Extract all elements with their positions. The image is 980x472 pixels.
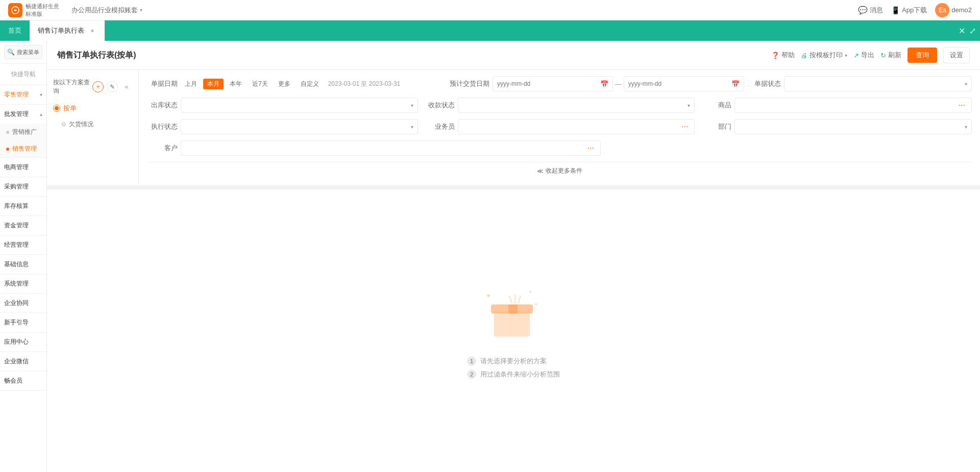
sub-item-stockout[interactable]: ⊙ 欠货情况	[47, 117, 138, 132]
sidebar-item-corpwechat[interactable]: 企业微信	[0, 352, 46, 371]
refresh-icon: ↻	[880, 52, 886, 59]
empty-illustration: ✦ ✦ ✦	[483, 283, 544, 344]
dept-select[interactable]: ▾	[734, 119, 972, 134]
goods-field: 商品 ···	[701, 98, 972, 113]
export-icon: ↗	[853, 52, 859, 59]
sidebar-group-newbie: 新手引导	[0, 313, 46, 333]
sidebar-group-basics: 基础信息	[0, 255, 46, 274]
filter-row-3: 执行状态 ▾ 业务员 ··· 部门	[147, 119, 972, 134]
export-button[interactable]: ↗ 导出	[853, 51, 874, 60]
date-range-info: 2023-03-01 至 2023-03-31	[328, 80, 400, 88]
expected-date-start-input[interactable]	[497, 80, 600, 87]
last7days-badge[interactable]: 近7天	[248, 79, 272, 89]
tab-home[interactable]: 首页	[0, 20, 30, 41]
svg-text:✦: ✦	[529, 290, 532, 294]
sidebar-group-wholesale: 批发管理 ▴ 营销推广 销售管理	[0, 105, 46, 158]
salesperson-select[interactable]: ···	[458, 119, 695, 134]
expected-date-label: 预计交货日期	[449, 79, 489, 88]
sidebar-group-operations: 经营管理	[0, 235, 46, 255]
goods-dots-icon[interactable]: ···	[957, 101, 967, 110]
avatar: Ea	[935, 3, 949, 17]
edit-scheme-button[interactable]: ✎	[107, 81, 118, 92]
sidebar-item-retail[interactable]: 零售管理 ▾	[0, 85, 46, 104]
query-button[interactable]: 查询	[908, 48, 937, 63]
refresh-button[interactable]: ↻ 刷新	[880, 51, 901, 60]
goods-label: 商品	[701, 101, 731, 110]
sidebar-item-basics[interactable]: 基础信息	[0, 255, 46, 274]
sidebar-shortcut: 快捷导航	[0, 64, 46, 85]
collapse-conditions-button[interactable]: ≪ 收起更多条件	[147, 162, 972, 179]
collapse-sidebar-button[interactable]: «	[121, 81, 132, 92]
close-window-icon[interactable]: ✕	[959, 26, 965, 36]
app-download-button[interactable]: 📱 App下载	[891, 6, 927, 15]
current-year-badge[interactable]: 本年	[226, 79, 246, 89]
search-icon: 🔍	[7, 49, 15, 56]
add-scheme-button[interactable]: +	[92, 81, 104, 92]
last-month-badge[interactable]: 上月	[181, 79, 201, 89]
goods-select[interactable]: ···	[734, 98, 972, 113]
shortcut-label: 快捷导航	[4, 68, 42, 81]
help-button[interactable]: ❓ 帮助	[771, 51, 795, 60]
sidebar-item-operations[interactable]: 经营管理	[0, 235, 46, 254]
customer-dots-icon[interactable]: ···	[585, 144, 596, 153]
sidebar-item-enterprise[interactable]: 企业协同	[0, 294, 46, 313]
sidebar-item-inventory[interactable]: 库存核算	[0, 197, 46, 216]
filter-row-1: 单据日期 上月 本月 本年 近7天 更多 自定义 2023-03-01 至 20…	[147, 76, 972, 91]
page-header: 销售订单执行表(按单) ❓ 帮助 🖨 按模板打印 ▾ ↗ 导出 ↻ 刷新	[47, 41, 980, 70]
exec-status-select[interactable]: ▾	[181, 119, 418, 134]
settings-button[interactable]: 设置	[943, 47, 970, 63]
message-button[interactable]: 💬 消息	[858, 6, 883, 15]
scheme-item-main[interactable]: 按单	[47, 100, 138, 117]
dept-arrow-icon: ▾	[965, 124, 967, 130]
user-profile[interactable]: Ea demo2	[935, 3, 972, 17]
help-icon: ❓	[771, 52, 779, 59]
svg-rect-1	[494, 311, 530, 337]
calendar-start-icon: 📅	[600, 80, 608, 88]
tab-bar-actions: ✕ ⤢	[959, 26, 980, 36]
filter-sidebar: 按以下方案查询 + ✎ « 按单 ⊙ 欠货情况	[47, 70, 139, 185]
salesperson-label: 业务员	[424, 122, 455, 131]
tab-sales-order[interactable]: 销售订单执行表 ×	[30, 20, 105, 41]
custom-date-badge[interactable]: 自定义	[297, 79, 323, 89]
tab-close-icon[interactable]: ×	[88, 27, 96, 35]
sidebar-item-member[interactable]: 畅会员	[0, 371, 46, 390]
sidebar-item-ecommerce[interactable]: 电商管理	[0, 158, 46, 177]
more-date-badge[interactable]: 更多	[274, 79, 295, 89]
search-menu-button[interactable]: 🔍 搜索菜单	[4, 45, 42, 59]
top-header: 畅捷通好生意 标准版 办公用品行业模拟账套 ▾ 💬 消息 📱 App下载 Ea …	[0, 0, 980, 20]
sidebar-item-finance[interactable]: 资金管理	[0, 216, 46, 235]
sidebar-group-finance: 资金管理	[0, 216, 46, 235]
salesperson-field: 业务员 ···	[424, 119, 695, 134]
print-button[interactable]: 🖨 按模板打印 ▾	[801, 51, 847, 60]
doc-status-select[interactable]: ▾	[784, 76, 972, 91]
customer-select[interactable]: ···	[181, 140, 601, 156]
doc-status-field: 单据状态 ▾	[750, 76, 972, 91]
out-status-select[interactable]: ▾	[181, 98, 418, 113]
header-right: 💬 消息 📱 App下载 Ea demo2	[858, 3, 972, 17]
sidebar-sub-item-marketing[interactable]: 营销推广	[0, 124, 46, 140]
sidebar-group-inventory: 库存核算	[0, 197, 46, 216]
collection-status-select[interactable]: ▾	[458, 98, 695, 113]
salesperson-dots-icon[interactable]: ···	[679, 122, 690, 131]
breadcrumb[interactable]: 办公用品行业模拟账套 ▾	[71, 6, 142, 15]
expand-window-icon[interactable]: ⤢	[969, 26, 976, 36]
sidebar-group-appcenter: 应用中心	[0, 333, 46, 352]
logo-icon	[8, 3, 22, 17]
current-month-badge[interactable]: 本月	[203, 79, 224, 89]
sidebar-item-wholesale[interactable]: 批发管理 ▴	[0, 105, 46, 124]
tab-bar: 首页 销售订单执行表 × ✕ ⤢	[0, 20, 980, 41]
sidebar-item-system[interactable]: 系统管理	[0, 274, 46, 293]
sidebar-item-purchase[interactable]: 采购管理	[0, 177, 46, 196]
sidebar-sub-item-sales[interactable]: 销售管理	[0, 140, 46, 157]
filter-row-2: 出库状态 ▾ 收款状态 ▾ 商品	[147, 98, 972, 113]
sidebar-group-member: 畅会员	[0, 371, 46, 391]
sidebar-search-area: 🔍 搜索菜单	[0, 41, 46, 64]
expected-date-end-input[interactable]	[628, 80, 731, 87]
sidebar-group-purchase: 采购管理	[0, 177, 46, 197]
sidebar-item-newbie[interactable]: 新手引导	[0, 313, 46, 332]
sidebar-group-retail: 零售管理 ▾	[0, 85, 46, 105]
content-area: 销售订单执行表(按单) ❓ 帮助 🖨 按模板打印 ▾ ↗ 导出 ↻ 刷新	[47, 41, 980, 472]
sidebar-group-enterprise: 企业协同	[0, 294, 46, 313]
scheme-dot-icon	[53, 105, 60, 112]
sidebar-item-appcenter[interactable]: 应用中心	[0, 333, 46, 351]
